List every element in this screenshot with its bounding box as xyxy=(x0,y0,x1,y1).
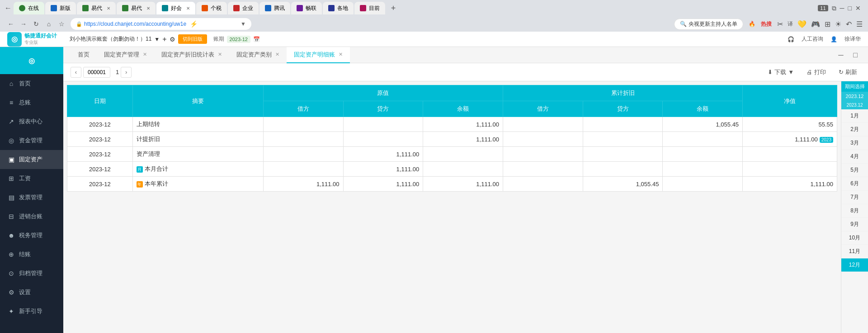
sidebar-item-guide[interactable]: ✦ 新手引导 xyxy=(0,302,63,321)
browser-tab-yidai2[interactable]: 易代 ✕ xyxy=(117,2,156,14)
sidebar-item-settings[interactable]: ⚙ 设置 xyxy=(0,283,63,302)
history-icon[interactable]: ↶ xyxy=(846,20,852,28)
sidebar-label-guide: 新手引导 xyxy=(19,307,42,315)
sidebar-item-archive[interactable]: ⊙ 归档管理 xyxy=(0,264,63,283)
tab-icon-enterprise xyxy=(233,5,240,11)
tab-asset-category-close[interactable]: ✕ xyxy=(275,52,279,57)
period-month-item[interactable]: 7月 xyxy=(841,191,868,204)
tab-actions: ─ □ xyxy=(835,50,861,61)
period-month-item[interactable]: 5月 xyxy=(841,164,868,177)
tab-fixed-mgmt-label: 固定资产管理 xyxy=(104,51,139,59)
bookmark-button[interactable]: ☆ xyxy=(56,19,67,29)
home-nav-button[interactable]: ⌂ xyxy=(43,19,54,29)
reload-button[interactable]: ↻ xyxy=(31,19,42,29)
tab-depreciation-stats[interactable]: 固定资产折旧统计表 ✕ xyxy=(154,47,229,63)
account-settings-icon[interactable]: ⚙ xyxy=(170,36,175,43)
sidebar-logo: ◎ xyxy=(0,47,63,74)
period-month-item[interactable]: 9月 xyxy=(841,218,868,231)
prev-page-button[interactable]: ‹ xyxy=(71,67,81,78)
minimize-button[interactable]: ─ xyxy=(840,5,844,12)
browser-chrome: ← 在线 新版 易代 ✕ 易代 ✕ 好会 ✕ 个税 xyxy=(0,0,868,32)
back-nav-button[interactable]: ← xyxy=(5,19,16,29)
period-month-item[interactable]: 2月 xyxy=(841,123,868,136)
browser-tab-tencent[interactable]: 腾讯 xyxy=(259,2,290,14)
period-month-item[interactable]: 11月 xyxy=(841,245,868,258)
next-page-button[interactable]: › xyxy=(121,67,132,78)
browser-tab-online[interactable]: 在线 xyxy=(14,2,44,14)
refresh-button[interactable]: ↻ 刷新 xyxy=(835,66,861,78)
tab-fixed-mgmt[interactable]: 固定资产管理 ✕ xyxy=(97,47,154,63)
sidebar-item-ledger[interactable]: ≡ 总账 xyxy=(0,93,63,112)
wallet-icon[interactable]: 💛 xyxy=(797,20,807,28)
period-month-item[interactable]: 4月 xyxy=(841,150,868,164)
calendar-icon[interactable]: 📅 xyxy=(253,36,260,42)
close-window-button[interactable]: ✕ xyxy=(855,5,861,12)
browser-tab-gedi[interactable]: 各地 xyxy=(323,2,354,14)
cell-summary: 上期结转 xyxy=(132,117,263,132)
tab-close-yidai2[interactable]: ✕ xyxy=(146,6,150,11)
sidebar-label-closing: 结账 xyxy=(19,250,31,258)
browser-tab-mubiao[interactable]: 目前 xyxy=(354,2,385,14)
print-button[interactable]: 🖨 打印 xyxy=(803,66,830,78)
add-account-button[interactable]: + xyxy=(162,35,166,43)
sidebar-item-tax[interactable]: ☻ 税务管理 xyxy=(0,226,63,245)
sidebar-item-closing[interactable]: ⊕ 结账 xyxy=(0,245,63,264)
sidebar-item-reports[interactable]: ↗ 报表中心 xyxy=(0,112,63,131)
th-net-value: 净值 xyxy=(743,85,837,117)
browser-tab-yidai1[interactable]: 易代 ✕ xyxy=(77,2,116,14)
sidebar-item-fixed-assets[interactable]: ▣ 固定资产 xyxy=(0,150,63,169)
back-button[interactable]: ← xyxy=(4,4,13,13)
browser-tab-haokuai[interactable]: 好会 ✕ xyxy=(156,2,195,14)
sidebar-item-funds[interactable]: ◎ 资金管理 xyxy=(0,131,63,150)
tab-asset-category[interactable]: 固定资产类别 ✕ xyxy=(229,47,287,63)
menu-icon[interactable]: ☰ xyxy=(856,20,863,28)
translate-icon[interactable]: 译 xyxy=(788,20,793,28)
search-box[interactable]: 🔍 央视更新主持人名单 xyxy=(674,19,743,30)
tab-asset-detail-close[interactable]: ✕ xyxy=(339,52,343,57)
new-tab-button[interactable]: + xyxy=(388,3,399,14)
tab-label: 企业 xyxy=(242,5,253,12)
download-button[interactable]: ⬇ 下载 ▼ xyxy=(764,66,797,78)
sidebar-item-invoice[interactable]: ▤ 发票管理 xyxy=(0,188,63,207)
browser-tab-new[interactable]: 新版 xyxy=(45,2,76,14)
tab-label: 个税 xyxy=(211,5,222,12)
tab-asset-detail[interactable]: 固定资产明细账 ✕ xyxy=(287,47,350,63)
game-icon[interactable]: 🎮 xyxy=(811,20,820,28)
sidebar-item-home[interactable]: ⌂ 首页 xyxy=(0,74,63,93)
th-original-value: 原值 xyxy=(263,85,503,101)
period-month-item[interactable]: 10月 xyxy=(841,231,868,245)
period-month-item[interactable]: 12月 xyxy=(841,258,868,272)
tab-close-yidai1[interactable]: ✕ xyxy=(107,6,110,11)
tab-minimize-button[interactable]: ─ xyxy=(835,50,846,61)
tab-close-haokuai[interactable]: ✕ xyxy=(186,6,190,11)
tab-maximize-button[interactable]: □ xyxy=(850,50,861,61)
tab-count-badge: 11 xyxy=(818,5,828,11)
account-dropdown-icon[interactable]: ▼ xyxy=(154,36,160,42)
cell-value xyxy=(663,147,743,162)
sidebar-item-inventory[interactable]: ⊟ 进销台账 xyxy=(0,207,63,226)
address-bar: ← → ↻ ⌂ ☆ 🔒 https://cloud.chanjet.com/ac… xyxy=(0,16,868,32)
browser-tab-tax[interactable]: 个税 xyxy=(196,2,227,14)
sidebar-item-payroll[interactable]: ⊞ 工资 xyxy=(0,169,63,188)
help-label[interactable]: 人工咨询 xyxy=(802,35,823,43)
tab-depreciation-stats-close[interactable]: ✕ xyxy=(218,52,222,57)
period-month-item[interactable]: 3月 xyxy=(841,136,868,150)
period-month-item[interactable]: 6月 xyxy=(841,177,868,191)
period-month-item[interactable]: 1月 xyxy=(841,109,868,123)
switch-version-button[interactable]: 切到旧版 xyxy=(178,34,207,44)
page-number-input[interactable] xyxy=(83,67,110,78)
maximize-button[interactable]: □ xyxy=(848,5,852,12)
forward-nav-button[interactable]: → xyxy=(18,19,29,29)
tab-fixed-mgmt-close[interactable]: ✕ xyxy=(143,52,147,57)
dropdown-icon[interactable]: ▼ xyxy=(241,21,246,27)
tab-home[interactable]: 首页 xyxy=(71,47,97,63)
user-label[interactable]: 徐译华 xyxy=(844,35,861,43)
brightness-icon[interactable]: ☀ xyxy=(835,20,841,28)
browser-tab-enterprise[interactable]: 企业 xyxy=(228,2,259,14)
grid-icon[interactable]: ⊞ xyxy=(825,20,830,28)
scissors-icon[interactable]: ✂ xyxy=(777,20,783,28)
url-bar[interactable]: 🔒 https://cloud.chanjet.com/accounting/u… xyxy=(71,18,251,30)
period-month-item[interactable]: 8月 xyxy=(841,204,868,218)
restore-window-button[interactable]: ⧉ xyxy=(832,5,836,12)
browser-tab-chang[interactable]: 畅联 xyxy=(291,2,322,14)
